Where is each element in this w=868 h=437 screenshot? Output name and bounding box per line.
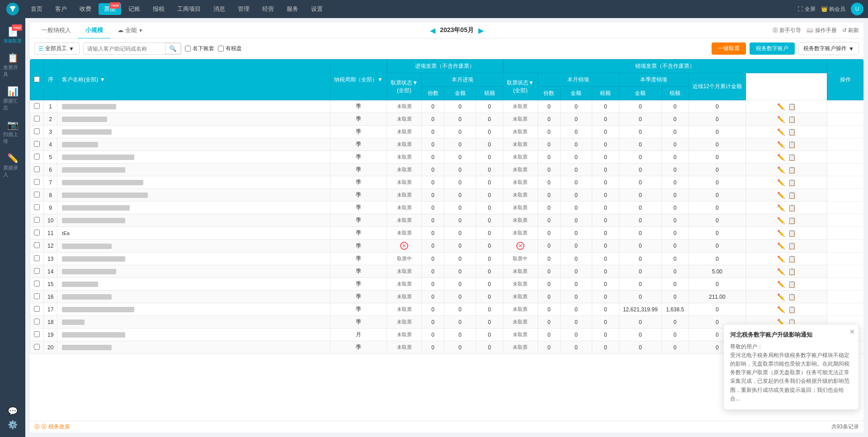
copy-btn[interactable]: 📋	[787, 141, 797, 148]
copy-btn[interactable]: 📋	[787, 306, 797, 313]
row-checkbox[interactable]	[34, 306, 40, 312]
edit-btn[interactable]: ✏️	[776, 154, 786, 161]
search-button[interactable]: 🔍	[165, 43, 181, 54]
cell-checkbox[interactable]	[30, 113, 44, 126]
nav-fee[interactable]: 收费	[74, 3, 97, 15]
cell-checkbox[interactable]	[30, 341, 44, 354]
cell-checkbox[interactable]	[30, 202, 44, 214]
th-client[interactable]: 客户名称(全部) ▼	[57, 60, 330, 100]
edit-btn[interactable]: ✏️	[776, 230, 786, 237]
row-checkbox[interactable]	[34, 268, 40, 274]
has-taxdisk-input[interactable]	[218, 46, 224, 52]
edit-btn[interactable]: ✏️	[776, 204, 786, 211]
sub-account-input[interactable]	[185, 46, 191, 52]
row-checkbox[interactable]	[34, 217, 40, 223]
avatar[interactable]: U	[851, 3, 863, 15]
row-checkbox[interactable]	[34, 230, 40, 235]
edit-btn[interactable]: ✏️	[776, 192, 786, 199]
sidebar-item-invoice-entry[interactable]: ✏️ 票据录入	[1, 149, 24, 182]
copy-btn[interactable]: 📋	[787, 179, 797, 186]
has-taxdisk-checkbox[interactable]: 有税盘	[218, 45, 242, 52]
cell-checkbox[interactable]	[30, 278, 44, 291]
row-checkbox[interactable]	[34, 154, 40, 160]
edit-btn[interactable]: ✏️	[776, 103, 786, 110]
manual-btn[interactable]: 📖 操作手册	[807, 27, 836, 34]
copy-btn[interactable]: 📋	[787, 230, 797, 237]
cell-checkbox[interactable]	[30, 164, 44, 176]
row-checkbox[interactable]	[34, 319, 40, 324]
sidebar-item-scan-upload[interactable]: 📷 扫描上传	[1, 116, 24, 148]
employee-select[interactable]: ☰ 全部员工 ▼	[34, 42, 80, 55]
nav-bookkeeping[interactable]: 记账	[123, 3, 146, 15]
copy-btn[interactable]: 📋	[787, 103, 797, 110]
tab-small[interactable]: 小规模	[78, 23, 110, 39]
edit-btn[interactable]: ✏️	[776, 128, 786, 136]
tax-digital-op-btn[interactable]: 税务数字账户操作 ▼	[798, 42, 859, 55]
edit-btn[interactable]: ✏️	[776, 306, 786, 313]
settings-icon[interactable]: ⚙️	[8, 420, 18, 430]
edit-btn[interactable]: ✏️	[776, 116, 786, 123]
cell-checkbox[interactable]	[30, 265, 44, 278]
date-next-btn[interactable]: ▶	[478, 26, 484, 35]
sidebar-item-invoice-summary[interactable]: 📊 票据汇总	[1, 82, 24, 115]
nav-settings[interactable]: 设置	[306, 3, 328, 15]
copy-btn[interactable]: 📋	[787, 154, 797, 161]
cell-checkbox[interactable]	[30, 126, 44, 138]
copy-btn[interactable]: 📋	[787, 293, 797, 301]
row-checkbox[interactable]	[34, 281, 40, 287]
fullscreen-btn[interactable]: ⛶ 全屏	[797, 5, 815, 13]
copy-btn[interactable]: 📋	[787, 217, 797, 224]
row-checkbox[interactable]	[34, 192, 40, 197]
cell-checkbox[interactable]	[30, 189, 44, 202]
copy-btn[interactable]: 📋	[787, 281, 797, 288]
copy-btn[interactable]: 📋	[787, 204, 797, 211]
copy-btn[interactable]: 📋	[787, 242, 797, 249]
notification-close-btn[interactable]: ✕	[849, 328, 855, 335]
row-checkbox[interactable]	[34, 242, 40, 248]
copy-btn[interactable]: 📋	[787, 116, 797, 123]
select-all-checkbox[interactable]	[34, 76, 40, 82]
nav-business[interactable]: 工商项目	[172, 3, 206, 15]
cell-checkbox[interactable]	[30, 227, 44, 240]
cell-checkbox[interactable]	[30, 253, 44, 265]
copy-btn[interactable]: 📋	[787, 128, 797, 136]
edit-btn[interactable]: ✏️	[776, 281, 786, 288]
nav-home[interactable]: 首页	[25, 3, 48, 15]
tab-all[interactable]: ☁ 全能 ▼	[110, 23, 150, 39]
cell-checkbox[interactable]	[30, 214, 44, 227]
cell-checkbox[interactable]	[30, 316, 44, 329]
copy-btn[interactable]: 📋	[787, 268, 797, 275]
vip-btn[interactable]: 👑 购会员	[821, 5, 845, 13]
cell-checkbox[interactable]	[30, 303, 44, 316]
one-click-btn[interactable]: 一键取票	[712, 42, 746, 55]
sub-account-checkbox[interactable]: 名下账套	[185, 45, 214, 52]
edit-btn[interactable]: ✏️	[776, 217, 786, 224]
nav-operation[interactable]: 经营	[257, 3, 279, 15]
row-checkbox[interactable]	[34, 293, 40, 299]
cell-checkbox[interactable]	[30, 291, 44, 303]
row-checkbox[interactable]	[34, 103, 40, 109]
cell-checkbox[interactable]	[30, 240, 44, 253]
nav-manage[interactable]: 管理	[232, 3, 255, 15]
edit-btn[interactable]: ✏️	[776, 166, 786, 174]
row-checkbox[interactable]	[34, 179, 40, 185]
th-tax-cycle[interactable]: 纳税周期（全部）▼	[330, 60, 387, 100]
tax-policy-btn[interactable]: ⓪ ⓪ 税务政策	[34, 423, 70, 431]
nav-invoice[interactable]: 票据 new	[99, 3, 121, 15]
date-prev-btn[interactable]: ◀	[430, 26, 435, 35]
chat-icon[interactable]: 💬	[8, 406, 18, 416]
cell-checkbox[interactable]	[30, 151, 44, 164]
copy-btn[interactable]: 📋	[787, 166, 797, 174]
edit-btn[interactable]: ✏️	[776, 242, 786, 249]
row-checkbox[interactable]	[34, 204, 40, 210]
search-input[interactable]	[84, 44, 165, 54]
row-checkbox[interactable]	[34, 255, 40, 261]
nav-service[interactable]: 服务	[281, 3, 304, 15]
nav-tax[interactable]: 报税	[147, 3, 170, 15]
cell-checkbox[interactable]	[30, 176, 44, 189]
row-checkbox[interactable]	[34, 128, 40, 134]
nav-message[interactable]: 消息	[208, 3, 231, 15]
sidebar-item-invoice-issue[interactable]: 📋 发票开具	[1, 49, 24, 81]
cell-checkbox[interactable]	[30, 138, 44, 151]
cell-checkbox[interactable]	[30, 100, 44, 113]
